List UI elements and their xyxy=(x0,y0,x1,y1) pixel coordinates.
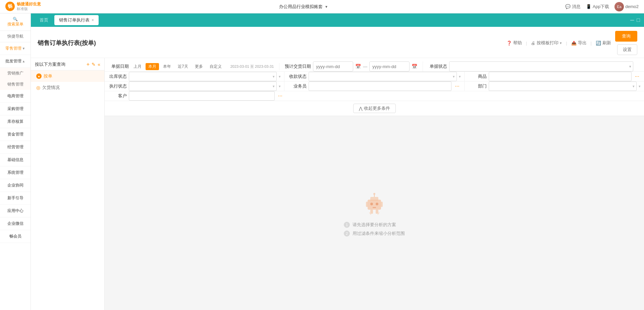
empty-svg xyxy=(361,190,388,216)
payment-status-select[interactable] xyxy=(309,72,457,81)
page-title: 销售订单执行表(按单) xyxy=(38,39,96,47)
sidebar-item-newbie[interactable]: 新手引导 xyxy=(0,192,31,205)
sidebar-quick-nav[interactable]: 快捷导航 xyxy=(0,31,31,42)
export-label: 导出 xyxy=(578,40,587,46)
sidebar-item-retail[interactable]: 零售管理 ▼ xyxy=(0,42,31,55)
salesperson-more-icon[interactable]: ··· xyxy=(453,83,461,89)
sidebar-item-system[interactable]: 系统管理 xyxy=(0,166,31,179)
right-panel: 单据日期 上月 本月 本年 近7天 更多 自定义 xyxy=(105,58,644,310)
tab-close-icon[interactable]: × xyxy=(92,18,94,22)
sidebar-item-finance-label: 资金管理 xyxy=(7,132,23,137)
svg-rect-8 xyxy=(376,210,378,214)
header-dropdown-icon[interactable]: ▾ xyxy=(325,4,327,9)
tab-home[interactable]: 首页 xyxy=(35,15,53,25)
salesperson-input[interactable] xyxy=(309,82,451,91)
sidebar-sub-sales[interactable]: 销售管理 xyxy=(0,79,31,90)
user-avatar-action[interactable]: Ea demo2 xyxy=(614,2,639,11)
svg-rect-7 xyxy=(370,210,373,214)
sidebar-search[interactable]: 🔍 搜索菜单 xyxy=(0,13,31,31)
message-action[interactable]: 💬 消息 xyxy=(565,4,581,10)
tip-num-2: 2 xyxy=(344,230,350,237)
sidebar-item-purchase[interactable]: 采购管理 xyxy=(0,103,31,115)
scheme-order-label: 按单 xyxy=(44,73,52,79)
expected-date-label: 预计交货日期 xyxy=(285,63,311,69)
svg-rect-6 xyxy=(381,202,383,207)
scheme-item-order[interactable]: ● 按单 xyxy=(31,70,104,82)
expected-date-start[interactable] xyxy=(313,61,353,71)
filter-row-4: 客户 ··· xyxy=(105,91,644,101)
order-status-label: 单据状态 xyxy=(428,63,447,69)
svg-rect-1 xyxy=(370,197,378,201)
sidebar-sub-marketing[interactable]: 营销推广 xyxy=(0,68,31,79)
tip-text-1: 请先选择要分析的方案 xyxy=(353,222,396,228)
sidebar-item-wholesale-arrow: ▲ xyxy=(22,59,25,63)
date-current-year[interactable]: 本年 xyxy=(160,63,174,70)
dept-down-icon: ▾ xyxy=(639,84,641,89)
sidebar-search-label: 搜索菜单 xyxy=(3,21,28,27)
logo-icon: 畅 xyxy=(5,2,15,11)
collapse-button[interactable]: ⋀ 收起更多条件 xyxy=(353,104,396,113)
divider2: | xyxy=(566,41,567,46)
customer-more-icon[interactable]: ··· xyxy=(277,93,284,99)
scheme-item-debt[interactable]: ◎ 欠货情况 xyxy=(31,82,104,93)
customer-input[interactable] xyxy=(129,91,275,101)
tip-num-1: 1 xyxy=(344,222,350,228)
sidebar-item-wholesale-label: 批发管理 xyxy=(5,58,21,64)
date-current-month[interactable]: 本月 xyxy=(146,63,159,70)
edit-scheme-icon[interactable]: ✎ xyxy=(92,62,96,67)
exec-status-label: 执行状态 xyxy=(108,83,127,89)
sidebar-item-basic[interactable]: 基础信息 xyxy=(0,154,31,166)
tab-min-icon[interactable]: ─ xyxy=(630,17,634,23)
sidebar-item-wholesale[interactable]: 批发管理 ▲ xyxy=(0,55,31,68)
expected-date-end[interactable] xyxy=(369,61,410,71)
add-scheme-icon[interactable]: + xyxy=(87,61,90,67)
settings-button[interactable]: 设置 xyxy=(617,44,637,55)
collapse-panel-icon[interactable]: « xyxy=(98,62,100,67)
date-last-month[interactable]: 上月 xyxy=(131,63,144,70)
dept-select[interactable] xyxy=(489,82,637,91)
sidebar-sub-sales-label: 销售管理 xyxy=(7,82,23,87)
delivery-status-select[interactable] xyxy=(129,72,277,81)
sidebar-item-enterprise[interactable]: 企业协同 xyxy=(0,179,31,192)
goods-more-icon[interactable]: ··· xyxy=(634,73,641,80)
sidebar-item-appstore[interactable]: 应用中心 xyxy=(0,205,31,217)
date-custom[interactable]: 自定义 xyxy=(207,63,224,70)
customer-label: 客户 xyxy=(108,93,127,99)
date-more[interactable]: 更多 xyxy=(192,63,206,70)
sidebar-item-finance[interactable]: 资金管理 xyxy=(0,128,31,141)
sidebar-item-operation-label: 经营管理 xyxy=(7,144,23,150)
query-button[interactable]: 查询 xyxy=(615,31,637,42)
tab-current-label: 销售订单执行表 xyxy=(59,17,90,23)
sidebar-item-member[interactable]: 畅会员 xyxy=(0,230,31,243)
print-dropdown-icon[interactable]: ▾ xyxy=(560,41,562,45)
delivery-status-wrap xyxy=(129,72,277,81)
refresh-button[interactable]: 🔄 刷新 xyxy=(596,40,611,46)
order-status-select[interactable] xyxy=(449,61,633,71)
tab-current[interactable]: 销售订单执行表 × xyxy=(54,15,99,25)
collapse-row: ⋀ 收起更多条件 xyxy=(105,101,644,116)
sidebar-item-inventory[interactable]: 库存核算 xyxy=(0,115,31,128)
sidebar-item-retail-arrow: ▼ xyxy=(22,47,25,50)
help-button[interactable]: ❓ 帮助 xyxy=(506,40,522,46)
sidebar-item-ecommerce[interactable]: 电商管理 xyxy=(0,90,31,103)
exec-down-icon: ▾ xyxy=(279,84,281,89)
sidebar-item-wechat[interactable]: 企业微信 xyxy=(0,217,31,230)
tab-bar: 首页 销售订单执行表 × ─ □ xyxy=(31,13,644,27)
calendar-start-icon[interactable]: 📅 xyxy=(355,64,361,69)
print-button[interactable]: 🖨 按模板打印 ▾ xyxy=(531,40,562,46)
date-quick-select: 上月 本月 本年 近7天 更多 自定义 xyxy=(131,63,224,70)
avatar: Ea xyxy=(614,2,624,11)
empty-icon xyxy=(361,190,388,216)
calendar-end-icon[interactable]: 📅 xyxy=(412,64,417,69)
export-button[interactable]: 📤 导出 xyxy=(571,40,587,46)
delivery-status-label: 出库状态 xyxy=(108,73,127,80)
header-title: 办公用品行业模拟账套 xyxy=(279,4,323,10)
exec-status-select[interactable] xyxy=(129,82,277,91)
tab-max-icon[interactable]: □ xyxy=(637,17,640,23)
empty-tip-2: 2 用过滤条件来缩小分析范围 xyxy=(344,230,405,237)
app-download-action[interactable]: 📱 App下载 xyxy=(586,4,609,10)
goods-input[interactable] xyxy=(489,72,632,81)
date-last-7[interactable]: 近7天 xyxy=(175,63,191,70)
sidebar-item-operation[interactable]: 经营管理 xyxy=(0,141,31,154)
sidebar-item-basic-label: 基础信息 xyxy=(7,157,23,163)
